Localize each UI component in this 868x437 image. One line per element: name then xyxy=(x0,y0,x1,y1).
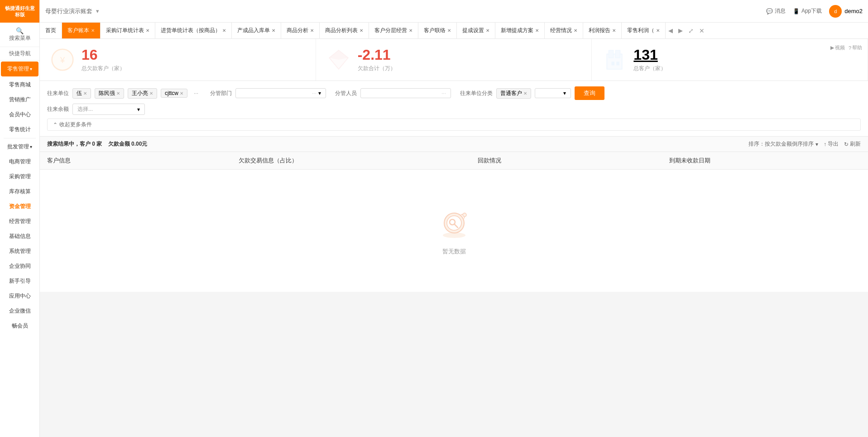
sidebar-item-wholesale[interactable]: 批发管理 ▾ xyxy=(0,139,39,154)
tab-close-operation[interactable]: ✕ xyxy=(574,28,577,33)
customer-count: 0 xyxy=(92,141,95,147)
tab-purchase-stats[interactable]: 采购订单统计表 ✕ xyxy=(101,23,155,39)
filter-tag-close-normal[interactable]: ✕ xyxy=(523,91,527,96)
sidebar-item-basic[interactable]: 基础信息 xyxy=(0,229,39,244)
tab-retail-profit[interactable]: 零售利润（ ✕ xyxy=(622,23,666,39)
collapse-button[interactable]: ⌃ 收起更多条件 xyxy=(47,119,861,131)
filter-tag-close-wu[interactable]: ✕ xyxy=(83,91,87,96)
sidebar-item-system[interactable]: 系统管理 xyxy=(0,244,39,259)
stat-total-number: 131 xyxy=(633,48,666,62)
sidebar-item-retail-mall[interactable]: 零售商城 xyxy=(0,77,39,92)
filter-person-select[interactable]: ··· xyxy=(360,88,451,98)
tab-commission-new[interactable]: 新增提成方案 ✕ xyxy=(495,23,545,39)
sidebar-item-member[interactable]: 会员中心 xyxy=(0,107,39,122)
sidebar-item-retail-stats[interactable]: 零售统计 xyxy=(0,122,39,137)
diamond-icon xyxy=(325,46,352,73)
sidebar-item-retail[interactable]: 零售管理 ▾ xyxy=(1,62,38,76)
sidebar-logo-text: 畅捷通好生意标版 xyxy=(5,5,35,18)
tab-close-customer-layer[interactable]: ✕ xyxy=(409,28,412,33)
filter-balance-select[interactable]: 选择... ▾ xyxy=(72,104,145,115)
export-action[interactable]: ↑ 导出 xyxy=(824,140,839,148)
stat-overdue-content: 16 总欠款客户（家） xyxy=(82,48,125,72)
filter-balance-arrow: ▾ xyxy=(137,106,140,113)
tab-nav-expand[interactable]: ⤢ xyxy=(686,27,696,34)
sidebar-item-apps[interactable]: 应用中心 xyxy=(0,289,39,304)
stat-actions: ▶ 视频 ? 帮助 xyxy=(830,44,862,51)
tab-close-goods-list[interactable]: ✕ xyxy=(360,28,363,33)
filter-tag-chen[interactable]: 陈民强 ✕ xyxy=(95,88,124,99)
sidebar-search[interactable]: 🔍 搜索菜单 xyxy=(0,23,39,47)
tab-close-goods[interactable]: ✕ xyxy=(310,28,314,33)
video-action[interactable]: ▶ 视频 xyxy=(830,44,845,51)
sidebar-item-purchase[interactable]: 采购管理 xyxy=(0,169,39,184)
filter-tag-close-wang[interactable]: ✕ xyxy=(149,91,153,96)
tab-profit[interactable]: 利润报告 ✕ xyxy=(583,23,622,39)
filter-tag-close-cjttcw[interactable]: ✕ xyxy=(180,91,183,96)
tab-customer-layer[interactable]: 客户分层经营 ✕ xyxy=(369,23,418,39)
sidebar-item-marketing[interactable]: 营销推广 xyxy=(0,92,39,107)
stat-overdue-customers: ¥ 16 总欠款客户（家） xyxy=(40,39,316,81)
sidebar: 畅捷通好生意标版 🔍 搜索菜单 快捷导航 零售管理 ▾ 零售商城 营销推广 会员… xyxy=(0,0,40,437)
sidebar-item-operation[interactable]: 经营管理 xyxy=(0,214,39,229)
sidebar-item-weixin[interactable]: 企业微信 xyxy=(0,304,39,318)
filter-unit-more[interactable]: ··· xyxy=(191,89,201,97)
sidebar-item-finance[interactable]: 资金管理 xyxy=(0,199,39,214)
sidebar-item-guide[interactable]: 新手引导 xyxy=(0,274,39,289)
tab-customer-ledger[interactable]: 客户账本 ✕ xyxy=(62,23,101,39)
svg-text:¥: ¥ xyxy=(60,55,65,65)
sidebar-item-changhui[interactable]: 畅会员 xyxy=(0,318,39,333)
filter-dept-select[interactable]: ··· ▾ xyxy=(235,88,326,98)
stat-total-amount: -2.11 欠款合计（万） xyxy=(316,39,592,81)
svg-rect-5 xyxy=(609,50,614,58)
results-sort[interactable]: 排序：按欠款金额倒序排序 ▾ xyxy=(748,140,818,148)
tab-close-customer-ledger[interactable]: ✕ xyxy=(91,28,95,33)
topbar-dropdown-icon[interactable]: ▾ xyxy=(96,8,99,14)
sidebar-item-ecommerce[interactable]: 电商管理 xyxy=(0,154,39,169)
topbar-app-download[interactable]: 📱 App下载 xyxy=(793,7,822,15)
filter-tag-wang[interactable]: 王小亮 ✕ xyxy=(128,88,157,99)
tab-close-purchase-goods[interactable]: ✕ xyxy=(222,28,226,33)
tab-close-commission[interactable]: ✕ xyxy=(486,28,489,33)
help-action[interactable]: ? 帮助 xyxy=(849,44,862,51)
filter-area: 往来单位 伍 ✕ 陈民强 ✕ 王小亮 ✕ cjttcw ✕ ··· xyxy=(40,81,868,137)
topbar-user[interactable]: d demo2 xyxy=(829,5,863,18)
tab-commission-setting[interactable]: 提成设置 ✕ xyxy=(457,23,495,39)
tab-close-all[interactable]: ✕ xyxy=(696,27,707,34)
filter-tag-close-chen[interactable]: ✕ xyxy=(116,91,120,96)
filter-tag-normal[interactable]: 普通客户 ✕ xyxy=(496,88,531,99)
sidebar-item-inventory[interactable]: 库存核算 xyxy=(0,184,39,199)
tab-customer-contact[interactable]: 客户联络 ✕ xyxy=(418,23,457,39)
empty-state: 暂无数据 xyxy=(40,170,868,292)
tab-close-commission-new[interactable]: ✕ xyxy=(535,28,539,33)
filter-tag-wu[interactable]: 伍 ✕ xyxy=(72,88,91,99)
tab-production[interactable]: 产成品入库单 ✕ xyxy=(232,23,281,39)
tab-operation[interactable]: 经营情况 ✕ xyxy=(545,23,583,39)
tab-nav-next[interactable]: ▶ xyxy=(676,27,686,34)
sidebar-divider-1 xyxy=(4,138,36,138)
tab-close-retail-profit[interactable]: ✕ xyxy=(656,28,660,33)
filter-dept-label: 分管部门 xyxy=(210,90,232,97)
sidebar-quick-nav[interactable]: 快捷导航 xyxy=(0,47,39,61)
tab-close-profit[interactable]: ✕ xyxy=(612,28,616,33)
table-header-customer: 客户信息 xyxy=(47,157,239,165)
empty-text: 暂无数据 xyxy=(442,247,466,256)
topbar-messages[interactable]: 💬 消息 xyxy=(766,7,786,15)
filter-balance-label: 往来余额 xyxy=(47,105,69,113)
refresh-action[interactable]: ↻ 刷新 xyxy=(844,140,861,148)
filter-tag-cjttcw[interactable]: cjttcw ✕ xyxy=(161,89,187,98)
tab-goods-analysis-list[interactable]: 商品分析列表 ✕ xyxy=(320,23,369,39)
query-button[interactable]: 查询 xyxy=(575,86,604,100)
tab-home[interactable]: 首页 xyxy=(40,23,62,39)
tab-close-purchase[interactable]: ✕ xyxy=(146,28,149,33)
topbar-right: 💬 消息 📱 App下载 d demo2 xyxy=(766,5,863,18)
tab-goods-analysis[interactable]: 商品分析 ✕ xyxy=(281,23,320,39)
tab-close-contact[interactable]: ✕ xyxy=(447,28,451,33)
sidebar-item-enterprise[interactable]: 企业协同 xyxy=(0,259,39,274)
tab-purchase-goods[interactable]: 进货单统计表（按商品） ✕ xyxy=(155,23,232,39)
filter-dept-arrow: ▾ xyxy=(318,90,321,96)
filter-unit-type-select[interactable]: ▾ xyxy=(535,88,571,98)
tab-close-production[interactable]: ✕ xyxy=(272,28,275,33)
tab-nav-prev[interactable]: ◀ xyxy=(666,27,676,34)
table-header-repayment: 回款情况 xyxy=(478,157,669,165)
sidebar-logo: 畅捷通好生意标版 xyxy=(0,0,39,23)
